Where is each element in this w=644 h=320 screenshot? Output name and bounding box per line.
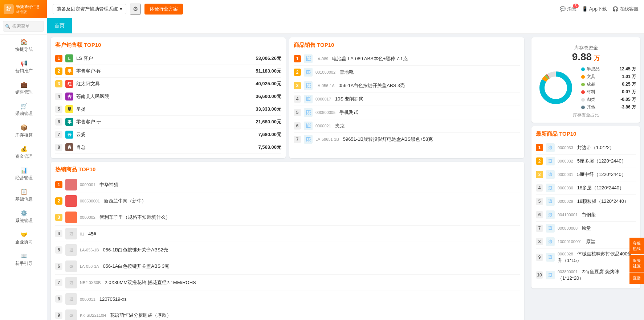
- sidebar-item-采购管理[interactable]: 🛒采购管理: [0, 99, 47, 120]
- nav-icon: 🤝: [20, 231, 28, 238]
- image-icon: 🖼: [548, 199, 553, 204]
- product-name: 夹克: [335, 123, 345, 128]
- product-name: 手机测试: [339, 110, 358, 115]
- sidebar-item-销售管理[interactable]: 💼销售管理: [0, 78, 47, 99]
- product-sales-list: 1 🖼 LA-089 电池盖 LA-089 ABS本色+黑种 7.1克 2 🖼 …: [294, 52, 520, 146]
- nav-icon: 📢: [20, 60, 28, 67]
- rank-number: 5: [55, 106, 62, 113]
- newest-product-item: 8 🖼 10000100001 原堂: [536, 235, 636, 249]
- hot-product-item: 8 🖼 0000011 12070519-xs: [55, 291, 520, 307]
- product-img-placeholder: 🖼: [65, 260, 77, 272]
- nav-label: 经营管理: [15, 175, 33, 181]
- sidebar-item-基础信息[interactable]: 📋基础信息: [0, 185, 47, 206]
- customer-value: 51,183.00元: [256, 68, 281, 74]
- rank-number: 5: [294, 109, 301, 116]
- nav-icon: 💰: [20, 145, 28, 152]
- main-content: 客户销售额 TOP10 1 L LS 客户 53,006.26元 2 零 零售客…: [47, 34, 528, 320]
- hot-product-info: 01 45#: [80, 231, 520, 237]
- sidebar-item-营销推广[interactable]: 📢营销推广: [0, 56, 47, 78]
- product-img: [65, 212, 77, 223]
- float-btn-直播[interactable]: 直播: [629, 272, 644, 284]
- float-btn-客服热线[interactable]: 客服热线: [629, 238, 644, 254]
- legend-name: 其他: [587, 104, 619, 110]
- trial-button[interactable]: 体验行业方案: [144, 4, 183, 15]
- float-btn-服务社区[interactable]: 服务社区: [629, 255, 644, 272]
- hot-products-title: 热销商品 TOP10: [55, 166, 520, 173]
- customer-name: 零售客户-于: [76, 119, 253, 125]
- search-icon: 🔍: [5, 24, 11, 29]
- app-download-button[interactable]: 📱 App下载: [582, 6, 607, 12]
- customer-rank-title: 客户销售额 TOP10: [55, 42, 281, 49]
- sidebar-item-企业协同[interactable]: 🤝企业协同: [0, 227, 47, 249]
- customer-value: 7,680.00元: [258, 131, 281, 138]
- rank-number: 10: [536, 271, 543, 279]
- legend-value: -0.05 万: [620, 97, 636, 103]
- newest-product-info: 003800001 22g鱼豆腐-烧烤味（1*12*20）: [558, 268, 636, 282]
- rank-number: 2: [536, 157, 543, 165]
- product-code: 0000028: [558, 252, 573, 256]
- sidebar-nav: 🏠快捷导航📢营销推广💼销售管理🛒采购管理📦库存核算💰资金管理📊经营管理📋基础信息…: [0, 35, 47, 320]
- product-code: LA-056-1A: [80, 264, 99, 268]
- sidebar-item-快捷导航[interactable]: 🏠快捷导航: [0, 35, 47, 56]
- newest-product-info: 10000100001 原堂: [558, 238, 636, 245]
- product-code: 003800001: [558, 270, 578, 274]
- rank-number: 1: [294, 55, 301, 62]
- legend-value: 0.25 万: [622, 81, 636, 87]
- sidebar-item-资金管理[interactable]: 💰资金管理: [0, 142, 47, 163]
- system-selector[interactable]: 装备及固定资产辅助管理系统 ▾: [53, 4, 126, 14]
- customer-name: 红太阳文具: [76, 81, 253, 87]
- newest-product-info: 0000030 18多层（1220*2440）: [558, 185, 636, 191]
- customer-value: 40,925.00元: [256, 81, 281, 87]
- product-img-placeholder: 🖼: [304, 122, 313, 130]
- app-logo: 好 畅捷通好生意 标准版: [0, 0, 47, 18]
- settings-button[interactable]: ⚙: [130, 4, 141, 15]
- image-icon: 🖼: [548, 272, 553, 278]
- sidebar-item-库存核算[interactable]: 📦库存核算: [0, 120, 47, 142]
- legend-name: 材料: [587, 89, 620, 95]
- nav-label: 基础信息: [15, 196, 33, 202]
- legend-dot: [581, 83, 585, 86]
- product-code: 000800008: [558, 226, 578, 230]
- nav-icon: 🏠: [20, 38, 28, 45]
- nav-label: 资金管理: [15, 153, 33, 160]
- customer-value: 21,680.00元: [256, 119, 281, 125]
- rank-number: 9: [536, 254, 543, 261]
- product-sales-item: 5 🖼 000800005 手机测试: [294, 106, 520, 119]
- product-img: [65, 179, 77, 190]
- product-code: 0000021: [315, 124, 331, 128]
- legend-dot: [581, 90, 585, 94]
- online-service-button[interactable]: 🎧 在线客服: [612, 6, 639, 12]
- newest-product-item: 3 🖼 0000031 5厘中纤（1220*2440）: [536, 168, 636, 181]
- sidebar: 好 畅捷通好生意 标准版 🔍 搜索菜单 🏠快捷导航📢营销推广💼销售管理🛒采购管理…: [0, 0, 47, 320]
- image-icon: 🖼: [548, 239, 553, 244]
- hot-product-item: 9 🖼 KK-SD22110H 花语萌恒温分腿睡袋（厚款）: [55, 307, 520, 320]
- product-img-placeholder: 🖼: [65, 309, 77, 320]
- product-name: 10S 变削罗浆: [335, 96, 364, 102]
- product-name: 59651-1B旋转投影灯电池盒ABS黑色+58克: [343, 136, 433, 142]
- nav-icon: 💼: [20, 81, 28, 88]
- hot-product-item: 3 0000002 智利车子里（规格不知道填什么）: [55, 209, 520, 226]
- product-img-placeholder: 🖼: [304, 95, 313, 103]
- product-img-placeholder: 🖼: [546, 210, 555, 219]
- customer-rank-item: 8 肖 肖总 7,563.00元: [55, 141, 281, 154]
- nav-label: 快捷导航: [15, 46, 33, 53]
- product-name: 智利车子里（规格不知道填什么）: [99, 214, 170, 220]
- rank-number: 7: [536, 225, 543, 232]
- sidebar-item-系统管理[interactable]: ⚙️系统管理: [0, 206, 47, 227]
- product-name: 原堂: [586, 239, 595, 244]
- headset-icon: 🎧: [612, 6, 618, 12]
- search-menu-button[interactable]: 🔍 搜索菜单: [3, 21, 44, 32]
- page-tabs: 首页: [47, 18, 644, 34]
- hot-product-info: NB2.0X30B 2.0X30MM双搓花轴,搓花直径2.1MM/ROHS: [80, 279, 520, 286]
- sidebar-item-新手引导[interactable]: 📖新手引导: [0, 249, 47, 270]
- rank-number: 4: [294, 95, 301, 103]
- img-icon: 🖼: [69, 264, 73, 268]
- customer-value: 7,563.00元: [258, 144, 281, 151]
- product-img-placeholder: 🖼: [304, 135, 313, 144]
- product-name: 18颗粒板（1220*2440）: [577, 198, 629, 204]
- sidebar-item-经营管理[interactable]: 📊经营管理: [0, 163, 47, 185]
- page-tab-首页[interactable]: 首页: [47, 18, 72, 33]
- chevron-down-icon: ▾: [120, 6, 122, 12]
- customer-value: 36,600.00元: [256, 93, 281, 100]
- message-button[interactable]: 💬 消息 6: [560, 6, 576, 12]
